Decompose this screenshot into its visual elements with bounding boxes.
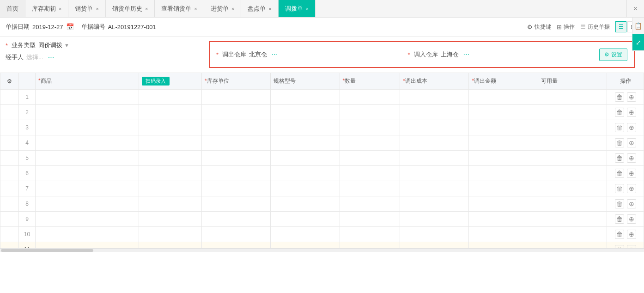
person-dots-icon[interactable]: ··· <box>48 53 54 61</box>
row-spec-cell[interactable] <box>271 227 340 242</box>
row-cost-cell[interactable] <box>400 135 469 151</box>
row-qty-cell[interactable] <box>340 135 400 151</box>
row-spec-cell[interactable] <box>271 120 340 135</box>
tab-home[interactable]: 首页 <box>0 0 25 17</box>
tab-view-sales-close[interactable]: × <box>194 6 197 12</box>
tab-view-sales[interactable]: 查看销货单 × <box>155 0 204 17</box>
delete-icon[interactable]: 🗑 <box>615 199 624 208</box>
settings-button[interactable]: ⚙ 设置 <box>599 49 627 61</box>
operate-action[interactable]: ⊞ 操作 <box>557 23 575 31</box>
copy-icon[interactable]: ⊕ <box>627 138 636 147</box>
sidebar-expand-icon[interactable]: ⤢ <box>632 34 644 51</box>
row-cost-cell[interactable] <box>400 105 469 120</box>
row-cost-cell[interactable] <box>400 196 469 212</box>
window-close-button[interactable]: × <box>626 0 644 18</box>
row-amount-cell[interactable] <box>469 166 538 181</box>
row-cost-cell[interactable] <box>400 181 469 196</box>
row-cost-cell[interactable] <box>400 166 469 181</box>
person-input[interactable]: 选择... <box>26 53 43 61</box>
delete-icon[interactable]: 🗑 <box>615 214 624 224</box>
row-qty-cell[interactable] <box>340 166 400 181</box>
scroll-thumb[interactable] <box>1 249 93 252</box>
copy-icon[interactable]: ⊕ <box>627 214 636 224</box>
row-cost-cell[interactable] <box>400 227 469 242</box>
row-product-cell[interactable] <box>36 196 139 212</box>
row-product-cell[interactable] <box>36 166 139 181</box>
copy-icon[interactable]: ⊕ <box>627 92 636 102</box>
delete-icon[interactable]: 🗑 <box>615 245 624 248</box>
copy-icon[interactable]: ⊕ <box>627 123 636 132</box>
tab-transfer-order[interactable]: 调拨单 × <box>279 0 316 17</box>
row-amount-cell[interactable] <box>469 120 538 135</box>
tab-purchase-order[interactable]: 进货单 × <box>204 0 241 17</box>
row-cost-cell[interactable] <box>400 212 469 227</box>
row-spec-cell[interactable] <box>271 135 340 151</box>
row-cost-cell[interactable] <box>400 90 469 105</box>
delete-icon[interactable]: 🗑 <box>615 153 624 163</box>
row-qty-cell[interactable] <box>340 181 400 196</box>
row-product-cell[interactable] <box>36 181 139 196</box>
row-qty-cell[interactable] <box>340 90 400 105</box>
horizontal-scrollbar[interactable] <box>0 248 644 252</box>
row-unit-cell[interactable] <box>202 212 271 227</box>
row-unit-cell[interactable] <box>202 196 271 212</box>
col-settings-header[interactable]: ⚙ <box>0 73 19 90</box>
row-amount-cell[interactable] <box>469 105 538 120</box>
history-action[interactable]: ☰ 历史单据 <box>580 23 610 31</box>
row-qty-cell[interactable] <box>340 120 400 135</box>
row-unit-cell[interactable] <box>202 120 271 135</box>
row-spec-cell[interactable] <box>271 212 340 227</box>
tab-sales-history-close[interactable]: × <box>145 6 148 12</box>
delete-icon[interactable]: 🗑 <box>615 169 624 178</box>
row-amount-cell[interactable] <box>469 90 538 105</box>
delete-icon[interactable]: 🗑 <box>615 184 624 193</box>
table-wrapper[interactable]: ⚙ *商品 扫码录入 *库存单位 规格型号 *数量 <box>0 73 644 248</box>
row-cost-cell[interactable] <box>400 151 469 166</box>
tab-sales-order-close[interactable]: × <box>96 6 98 12</box>
delete-icon[interactable]: 🗑 <box>615 230 624 239</box>
row-unit-cell[interactable] <box>202 151 271 166</box>
row-qty-cell[interactable] <box>340 196 400 212</box>
row-qty-cell[interactable] <box>340 227 400 242</box>
row-amount-cell[interactable] <box>469 212 538 227</box>
delete-icon[interactable]: 🗑 <box>615 92 624 102</box>
row-product-cell[interactable] <box>36 120 139 135</box>
transfer-out-dots-icon[interactable]: ··· <box>272 50 278 59</box>
row-product-cell[interactable] <box>36 135 139 151</box>
row-product-cell[interactable] <box>36 151 139 166</box>
row-unit-cell[interactable] <box>202 135 271 151</box>
row-unit-cell[interactable] <box>202 227 271 242</box>
tab-sales-history[interactable]: 销货单历史 × <box>106 0 155 17</box>
row-unit-cell[interactable] <box>202 105 271 120</box>
row-spec-cell[interactable] <box>271 166 340 181</box>
copy-icon[interactable]: ⊕ <box>627 108 636 117</box>
tab-stock-check-close[interactable]: × <box>268 6 271 12</box>
calendar-icon[interactable]: 📅 <box>66 23 74 31</box>
row-amount-cell[interactable] <box>469 196 538 212</box>
tab-stock-check[interactable]: 盘点单 × <box>241 0 278 17</box>
delete-icon[interactable]: 🗑 <box>615 123 624 132</box>
row-qty-cell[interactable] <box>340 212 400 227</box>
row-product-cell[interactable] <box>36 90 139 105</box>
delete-icon[interactable]: 🗑 <box>615 108 624 117</box>
row-unit-cell[interactable] <box>202 181 271 196</box>
row-amount-cell[interactable] <box>469 151 538 166</box>
tab-sales-order[interactable]: 销货单 × <box>68 0 105 17</box>
row-unit-cell[interactable] <box>202 90 271 105</box>
copy-icon[interactable]: ⊕ <box>627 184 636 193</box>
row-amount-cell[interactable] <box>469 135 538 151</box>
copy-icon[interactable]: ⊕ <box>627 199 636 208</box>
business-type-select[interactable]: 同价调拨 ▼ <box>38 41 69 49</box>
copy-icon[interactable]: ⊕ <box>627 169 636 178</box>
view-list-button[interactable]: ☰ <box>615 21 626 32</box>
shortcut-action[interactable]: ⚙ 快捷键 <box>527 23 551 31</box>
delete-icon[interactable]: 🗑 <box>615 138 624 147</box>
row-amount-cell[interactable] <box>469 181 538 196</box>
tab-transfer-order-close[interactable]: × <box>306 6 309 12</box>
transfer-in-dots-icon[interactable]: ··· <box>463 50 469 59</box>
scan-button[interactable]: 扫码录入 <box>142 77 170 85</box>
copy-icon[interactable]: ⊕ <box>627 153 636 163</box>
row-amount-cell[interactable] <box>469 227 538 242</box>
row-qty-cell[interactable] <box>340 105 400 120</box>
row-cost-cell[interactable] <box>400 120 469 135</box>
